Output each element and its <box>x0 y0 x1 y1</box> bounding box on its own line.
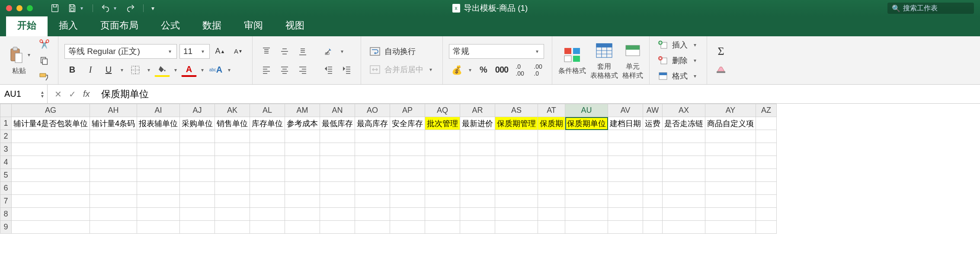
underline-button[interactable]: U <box>101 63 116 77</box>
cell-AS8[interactable] <box>495 208 538 221</box>
cell-AJ6[interactable] <box>180 182 215 195</box>
cell-AX2[interactable] <box>663 130 705 143</box>
cell-AU6[interactable] <box>565 182 608 195</box>
cell-AJ8[interactable] <box>180 208 215 221</box>
cell-AL9[interactable] <box>250 221 285 234</box>
cell-AZ1[interactable] <box>756 117 777 130</box>
cell-AX5[interactable] <box>663 169 705 182</box>
cell-AH8[interactable] <box>90 208 137 221</box>
cell-AJ2[interactable] <box>180 130 215 143</box>
align-middle-icon[interactable] <box>277 44 292 58</box>
cell-AK8[interactable] <box>215 208 250 221</box>
cell-AI6[interactable] <box>137 182 180 195</box>
cell-AW8[interactable] <box>643 208 663 221</box>
cell-AH7[interactable] <box>90 195 137 208</box>
col-header-AQ[interactable]: AQ <box>425 104 460 117</box>
cell-AZ6[interactable] <box>756 182 777 195</box>
cell-AM5[interactable] <box>285 169 320 182</box>
col-header-AP[interactable]: AP <box>390 104 425 117</box>
delete-cells-button[interactable]: 删除▾ <box>656 54 701 67</box>
cell-AW7[interactable] <box>643 195 663 208</box>
cell-AM7[interactable] <box>285 195 320 208</box>
cell-AX7[interactable] <box>663 195 705 208</box>
cell-AZ8[interactable] <box>756 208 777 221</box>
redo-icon[interactable] <box>126 3 135 13</box>
sheet-search-input[interactable] <box>903 4 970 12</box>
cell-AV7[interactable] <box>608 195 643 208</box>
cell-AT3[interactable] <box>538 143 565 156</box>
cell-AU2[interactable] <box>565 130 608 143</box>
cell-AW5[interactable] <box>643 169 663 182</box>
cell-AY5[interactable] <box>705 169 756 182</box>
phonetic-dropdown[interactable]: ▾ <box>226 67 232 73</box>
cell-AY1[interactable]: 商品自定义项 <box>705 117 756 130</box>
cell-AO3[interactable] <box>355 143 390 156</box>
cell-AG4[interactable] <box>12 156 90 169</box>
cell-AI9[interactable] <box>137 221 180 234</box>
cell-AP7[interactable] <box>390 195 425 208</box>
bold-button[interactable]: B <box>64 63 80 77</box>
col-header-AK[interactable]: AK <box>215 104 250 117</box>
cell-AY6[interactable] <box>705 182 756 195</box>
cell-AW2[interactable] <box>643 130 663 143</box>
formula-input[interactable] <box>97 89 980 100</box>
cell-AT8[interactable] <box>538 208 565 221</box>
cell-AH9[interactable] <box>90 221 137 234</box>
col-header-AX[interactable]: AX <box>663 104 705 117</box>
cell-AT5[interactable] <box>538 169 565 182</box>
cell-AU9[interactable] <box>565 221 608 234</box>
wrap-text-button[interactable]: 自动换行 <box>367 45 436 57</box>
cell-AW4[interactable] <box>643 156 663 169</box>
cell-AU8[interactable] <box>565 208 608 221</box>
cell-AU1[interactable]: 保质期单位 <box>565 117 608 130</box>
cell-AT9[interactable] <box>538 221 565 234</box>
minimize-window-button[interactable] <box>16 5 22 11</box>
name-box[interactable]: ▲▼ <box>0 85 48 103</box>
cell-AO8[interactable] <box>355 208 390 221</box>
format-cells-button[interactable]: 格式▾ <box>656 70 701 82</box>
cell-AP4[interactable] <box>390 156 425 169</box>
cell-AY8[interactable] <box>705 208 756 221</box>
cell-AW9[interactable] <box>643 221 663 234</box>
cell-AG1[interactable]: 辅计量4是否包装单位 <box>12 117 90 130</box>
cell-AL5[interactable] <box>250 169 285 182</box>
cell-AL3[interactable] <box>250 143 285 156</box>
cell-AK3[interactable] <box>215 143 250 156</box>
cell-AK4[interactable] <box>215 156 250 169</box>
cell-AT2[interactable] <box>538 130 565 143</box>
cell-AK9[interactable] <box>215 221 250 234</box>
underline-dropdown[interactable]: ▾ <box>119 67 125 73</box>
cell-AX3[interactable] <box>663 143 705 156</box>
cell-AN1[interactable]: 最低库存 <box>320 117 355 130</box>
cell-AR4[interactable] <box>460 156 495 169</box>
cell-AP9[interactable] <box>390 221 425 234</box>
font-name-select[interactable]: 等线 Regular (正文)▾ <box>64 44 177 59</box>
cell-AI8[interactable] <box>137 208 180 221</box>
font-color-button[interactable]: A <box>181 63 197 77</box>
cell-AI2[interactable] <box>137 130 180 143</box>
col-header-AN[interactable]: AN <box>320 104 355 117</box>
font-size-select[interactable]: 11▾ <box>179 44 210 59</box>
format-as-table-button[interactable]: 套用 表格格式 <box>590 41 618 80</box>
cell-AM6[interactable] <box>285 182 320 195</box>
cell-AT1[interactable]: 保质期 <box>538 117 565 130</box>
cell-AQ4[interactable] <box>425 156 460 169</box>
cell-AL8[interactable] <box>250 208 285 221</box>
cell-AO6[interactable] <box>355 182 390 195</box>
cell-AM8[interactable] <box>285 208 320 221</box>
col-header-AT[interactable]: AT <box>538 104 565 117</box>
col-header-AG[interactable]: AG <box>12 104 90 117</box>
paste-dropdown[interactable]: ▾ <box>26 52 32 58</box>
cell-AV2[interactable] <box>608 130 643 143</box>
cell-AT7[interactable] <box>538 195 565 208</box>
cell-AN7[interactable] <box>320 195 355 208</box>
cell-AR9[interactable] <box>460 221 495 234</box>
zoom-window-button[interactable] <box>27 5 33 11</box>
cell-AN8[interactable] <box>320 208 355 221</box>
cell-AY4[interactable] <box>705 156 756 169</box>
increase-indent-icon[interactable] <box>339 63 355 76</box>
copy-icon[interactable] <box>36 54 52 67</box>
cell-AG6[interactable] <box>12 182 90 195</box>
decrease-decimal-icon[interactable]: .00.0 <box>530 63 546 77</box>
cell-AY3[interactable] <box>705 143 756 156</box>
